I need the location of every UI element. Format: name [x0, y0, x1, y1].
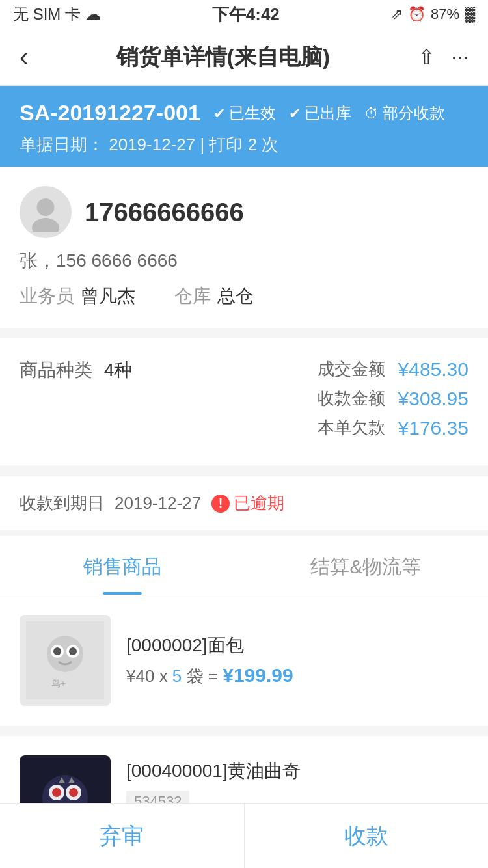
financial-stats: 成交金额 ¥485.30 收款金额 ¥308.95 本单欠款 ¥176.35 [318, 358, 468, 446]
tab-settlement[interactable]: 结算&物流等 [244, 536, 488, 595]
tab-sales-products[interactable]: 销售商品 [0, 536, 244, 595]
order-date: 2019-12-27 [109, 135, 195, 154]
order-id: SA-20191227-001 [20, 100, 200, 126]
product-price-1: ¥40 x 5 袋 = ¥199.99 [126, 664, 468, 688]
customer-section: 17666666666 张，156 6666 6666 业务员 曾凡杰 仓库 总… [0, 167, 488, 328]
status-left: 无 SIM 卡 ☁ [13, 4, 101, 25]
order-date-info: 单据日期： 2019-12-27 | 打印 2 次 [20, 133, 468, 156]
page-title: 销货单详情(来自电脑) [116, 42, 331, 72]
clock-icon [364, 104, 379, 122]
print-info: | 打印 2 次 [200, 135, 278, 154]
sim-label: 无 SIM 卡 ☁ [13, 4, 101, 25]
warehouse-label: 仓库 [174, 284, 211, 308]
deal-label: 成交金额 [318, 358, 385, 381]
overdue-icon: ! [211, 495, 230, 513]
svg-text:鸟+: 鸟+ [51, 678, 66, 688]
types-count: 4种 [104, 360, 133, 380]
deal-amount: ¥485.30 [398, 359, 468, 381]
status-right: ⇗ ⏰ 87% ▓ [391, 6, 475, 23]
svg-point-1 [32, 218, 59, 232]
date-label: 单据日期： [20, 135, 104, 154]
avatar [20, 186, 72, 238]
order-header-banner: SA-20191227-001 已生效 已出库 部分收款 单据日期： 2019-… [0, 86, 488, 167]
nav-actions: ⇧ ··· [418, 45, 468, 70]
product-name-2: [000400001]黄油曲奇 [126, 759, 468, 783]
more-icon[interactable]: ··· [451, 45, 468, 69]
share-icon[interactable]: ⇧ [418, 45, 435, 70]
status-badge-active: 已生效 [213, 103, 276, 124]
product-qty-1: 5 [172, 666, 182, 686]
location-icon: ⇗ [391, 6, 403, 23]
check-icon-2 [289, 104, 301, 122]
tabs: 销售商品 结算&物流等 [0, 536, 488, 595]
battery-label: 87% [431, 6, 459, 23]
stats-section: 商品种类 4种 成交金额 ¥485.30 收款金额 ¥308.95 本单欠款 ¥… [0, 338, 488, 465]
debt-amount: ¥176.35 [398, 417, 468, 439]
check-icon-1 [213, 104, 225, 122]
product-image-1: 鸟+ [20, 615, 111, 706]
due-date-section: 收款到期日 2019-12-27 ! 已逾期 [0, 476, 488, 530]
debt-label: 本单欠款 [318, 416, 385, 439]
bottom-bar: 弃审 收款 [0, 803, 488, 868]
product-total-1: ¥199.99 [223, 664, 293, 686]
receipt-label: 收款金额 [318, 387, 385, 410]
product-info-1: [0000002]面包 ¥40 x 5 袋 = ¥199.99 [126, 633, 468, 688]
battery-icon: ▓ [465, 6, 475, 23]
svg-point-0 [37, 198, 55, 216]
list-item: 鸟+ [0000002]面包 ¥40 x 5 袋 = ¥199.99 [0, 595, 488, 726]
types-label: 商品种类 [20, 360, 92, 380]
status-bar: 无 SIM 卡 ☁ 下午4:42 ⇗ ⏰ 87% ▓ [0, 0, 488, 29]
customer-name: 张，156 6666 6666 [20, 249, 468, 273]
product-name-1: [0000002]面包 [126, 633, 468, 658]
receipt-amount: ¥308.95 [398, 388, 468, 410]
status-badge-shipped: 已出库 [289, 103, 351, 124]
back-button[interactable]: ‹ [20, 42, 28, 72]
overdue-label: 已逾期 [234, 492, 284, 515]
due-date-label: 收款到期日 [20, 492, 104, 515]
sales-name: 曾凡杰 [81, 284, 135, 308]
svg-point-7 [69, 647, 77, 655]
cancel-button[interactable]: 弃审 [0, 804, 245, 868]
due-date-value: 2019-12-27 [115, 493, 201, 513]
alarm-icon: ⏰ [408, 6, 426, 23]
warehouse-name: 总仓 [217, 284, 254, 308]
sales-label: 业务员 [20, 284, 74, 308]
confirm-button[interactable]: 收款 [245, 804, 489, 868]
nav-bar: ‹ 销货单详情(来自电脑) ⇧ ··· [0, 29, 488, 86]
svg-point-13 [52, 788, 61, 797]
overdue-badge: ! 已逾期 [211, 492, 284, 515]
status-badge-partial: 部分收款 [364, 103, 445, 124]
customer-phone: 17666666666 [85, 198, 244, 227]
product-types: 商品种类 4种 [20, 358, 132, 383]
svg-point-6 [53, 647, 61, 655]
svg-point-14 [69, 788, 78, 797]
customer-meta: 业务员 曾凡杰 仓库 总仓 [20, 284, 468, 308]
status-time: 下午4:42 [212, 3, 280, 26]
